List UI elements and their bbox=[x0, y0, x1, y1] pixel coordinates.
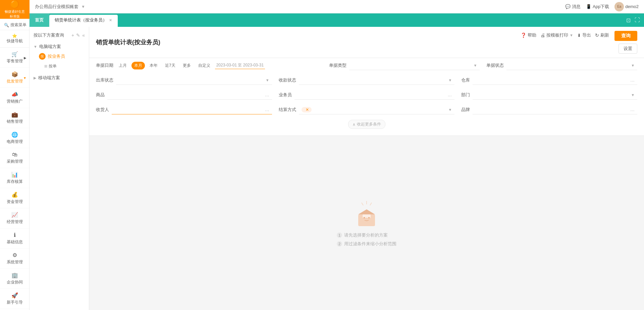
sidebar-item-operations[interactable]: 📈 经营管理 bbox=[0, 208, 29, 228]
tabbar-actions: ⊡ ⛶ bbox=[622, 13, 644, 27]
sales-icon: 💼 bbox=[11, 111, 18, 118]
help-button[interactable]: ❓ 帮助 bbox=[521, 32, 536, 38]
doc-status-select[interactable]: ▼ bbox=[506, 61, 637, 70]
basic-icon: ℹ bbox=[14, 232, 16, 238]
warehouse-select[interactable]: … bbox=[473, 75, 637, 85]
brand-more-icon[interactable]: … bbox=[630, 107, 635, 112]
goods-more-icon[interactable]: … bbox=[265, 92, 269, 97]
main-content: 办公用品行业模拟账套 ▼ 💬 消息 📱 App下载 Ea demo2 首页 销货… bbox=[30, 0, 644, 310]
tab-close-icon[interactable]: ✕ bbox=[109, 18, 112, 22]
department-dropdown-icon: ▼ bbox=[631, 93, 635, 97]
search-icon: 🔍 bbox=[4, 23, 9, 28]
sidebar-item-label: 零售管理 bbox=[7, 58, 23, 64]
print-button[interactable]: 🖨 按模板打印 ▼ bbox=[540, 32, 573, 38]
tab-maximize-icon[interactable]: ⛶ bbox=[635, 17, 640, 23]
sidebar-item-purchase[interactable]: 🛍 采购管理 bbox=[0, 148, 29, 168]
collapse-panel-icon[interactable]: « bbox=[82, 33, 85, 38]
doc-type-select[interactable]: ▼ bbox=[349, 61, 480, 70]
consignee-more-icon[interactable]: … bbox=[265, 107, 269, 112]
user-menu[interactable]: Ea demo2 bbox=[614, 2, 639, 11]
payment-status-select[interactable]: ▼ bbox=[299, 75, 455, 85]
refresh-label: 刷新 bbox=[600, 32, 609, 38]
svg-point-6 bbox=[364, 217, 365, 218]
sidebar-item-wholesale[interactable]: 📦 批发管理 ▼ bbox=[0, 68, 29, 88]
sidebar-item-newbie[interactable]: 🚀 新手引导 bbox=[0, 289, 29, 309]
date-tab-custom[interactable]: 自定义 bbox=[196, 62, 213, 69]
sidebar-item-label: 经营管理 bbox=[7, 219, 23, 225]
sidebar-item-finance[interactable]: 💰 资金管理 bbox=[0, 188, 29, 208]
topbar: 办公用品行业模拟账套 ▼ 💬 消息 📱 App下载 Ea demo2 bbox=[30, 0, 644, 13]
desktop-scheme-header[interactable]: ▼ 电脑端方案 bbox=[30, 42, 89, 51]
settlement-clear-button[interactable]: ✕ bbox=[306, 107, 309, 112]
salesperson-more-icon[interactable]: … bbox=[447, 92, 452, 97]
sidebar-item-ecommerce[interactable]: 🌐 电商管理 bbox=[0, 128, 29, 148]
export-icon: ⬇ bbox=[577, 33, 581, 38]
quick-icon: ⭐ bbox=[12, 34, 17, 38]
consignee-input[interactable]: … bbox=[112, 105, 272, 114]
sidebar-item-sales[interactable]: 💼 销售管理 bbox=[0, 108, 29, 128]
download-icon: 📱 bbox=[586, 4, 591, 9]
filter-salesperson: 业务员 … bbox=[279, 90, 455, 100]
logo-sub: 标准版 bbox=[10, 14, 20, 19]
date-tab-this-month[interactable]: 本月 bbox=[131, 62, 145, 69]
filter-doc-type: 单据类型 ▼ bbox=[329, 61, 480, 70]
stock-status-select[interactable]: ▼ bbox=[116, 75, 272, 85]
sidebar-search[interactable]: 🔍 搜索菜单 bbox=[0, 19, 29, 30]
sidebar-item-marketing[interactable]: 📣 营销推广 bbox=[0, 88, 29, 108]
date-tab-last-month[interactable]: 上月 bbox=[116, 62, 129, 69]
scheme-by-salesperson[interactable]: 按 按业务员 bbox=[30, 51, 89, 62]
date-tab-7days[interactable]: 近7天 bbox=[162, 62, 178, 69]
sidebar-quick-nav[interactable]: ⭐ 快捷导航 bbox=[0, 30, 29, 48]
tab-window-icon[interactable]: ⊡ bbox=[626, 17, 631, 23]
filter-date: 单据日期 上月 本月 本年 近7天 更多 自定义 2023-03-01 至 20… bbox=[96, 62, 322, 69]
help-icon: ❓ bbox=[521, 33, 526, 38]
brand-select[interactable]: … bbox=[473, 105, 637, 114]
filter-row-1: 单据日期 上月 本月 本年 近7天 更多 自定义 2023-03-01 至 20… bbox=[96, 58, 637, 73]
messages-label: 消息 bbox=[572, 4, 581, 10]
tab-sales-stat-label: 销货单统计表（按业务员） bbox=[55, 17, 107, 23]
app-download-button[interactable]: 📱 App下载 bbox=[586, 4, 609, 10]
date-tab-this-year[interactable]: 本年 bbox=[147, 62, 160, 69]
mobile-scheme-header[interactable]: ▶ 移动端方案 bbox=[30, 73, 89, 82]
query-button[interactable]: 查询 bbox=[614, 31, 637, 41]
sidebar-item-system[interactable]: ⚙ 系统管理 bbox=[0, 249, 29, 269]
filter-doc-status: 单据状态 ▼ bbox=[486, 61, 637, 70]
print-icon: 🖨 bbox=[540, 33, 545, 38]
stock-status-dropdown-icon: ▼ bbox=[266, 78, 269, 82]
sidebar-item-label: 营销推广 bbox=[7, 99, 23, 104]
sidebar-item-basic[interactable]: ℹ 基础信息 bbox=[0, 228, 29, 249]
sidebar-item-label: 销售管理 bbox=[7, 119, 23, 124]
edit-scheme-icon[interactable]: ✎ bbox=[76, 33, 80, 38]
export-button[interactable]: ⬇ 导出 bbox=[577, 32, 591, 38]
tab-sales-stat[interactable]: 销货单统计表（按业务员） ✕ bbox=[49, 15, 118, 27]
sidebar-item-label: 企业协同 bbox=[7, 279, 23, 285]
settlement-select[interactable]: ✕ ▼ bbox=[299, 105, 455, 114]
settlement-label: 结算方式 bbox=[279, 107, 296, 113]
sidebar-item-inventory[interactable]: 📊 库存核算 bbox=[0, 168, 29, 188]
add-scheme-icon[interactable]: + bbox=[71, 33, 74, 38]
goods-select[interactable]: … bbox=[107, 90, 272, 100]
department-select[interactable]: ▼ bbox=[473, 90, 637, 100]
doc-type-label: 单据类型 bbox=[329, 62, 346, 68]
salesperson-select[interactable]: … bbox=[294, 90, 455, 100]
warehouse-more-icon[interactable]: … bbox=[630, 78, 635, 83]
sidebar-logo[interactable]: 🟠 畅捷通好生意 标准版 bbox=[0, 0, 30, 19]
collapse-button[interactable]: ∧ 收起更多条件 bbox=[348, 120, 385, 129]
sidebar-item-retail[interactable]: 🛒 零售管理 ▶ bbox=[0, 48, 29, 68]
date-tab-more[interactable]: 更多 bbox=[180, 62, 194, 69]
filter-row-4: 收货人 … 结算方式 ✕ bbox=[96, 102, 637, 117]
date-range-display[interactable]: 2023-03-01 至 2023-03-31 bbox=[215, 62, 265, 69]
topbar-left: 办公用品行业模拟账套 ▼ bbox=[35, 4, 85, 10]
sidebar-item-enterprise[interactable]: 🏢 企业协同 bbox=[0, 269, 29, 289]
messages-button[interactable]: 💬 消息 bbox=[565, 4, 581, 10]
scheme-by-order[interactable]: ⊞ 按单 bbox=[30, 62, 89, 71]
refresh-button[interactable]: ↻ 刷新 bbox=[595, 32, 609, 38]
left-panel-icons: + ✎ « bbox=[71, 33, 85, 38]
empty-state: 1 请先选择要分析的方案 2 用过滤条件来缩小分析范围 bbox=[337, 199, 396, 247]
tab-home[interactable]: 首页 bbox=[30, 13, 49, 27]
settings-button[interactable]: 设置 bbox=[619, 44, 637, 54]
print-dropdown-icon[interactable]: ▼ bbox=[570, 33, 573, 37]
filter-row-2: 出库状态 ▼ 收款状态 ▼ bbox=[96, 73, 637, 88]
filter-area: 单据日期 上月 本月 本年 近7天 更多 自定义 2023-03-01 至 20… bbox=[89, 58, 644, 136]
topbar-dropdown-icon[interactable]: ▼ bbox=[81, 4, 85, 9]
